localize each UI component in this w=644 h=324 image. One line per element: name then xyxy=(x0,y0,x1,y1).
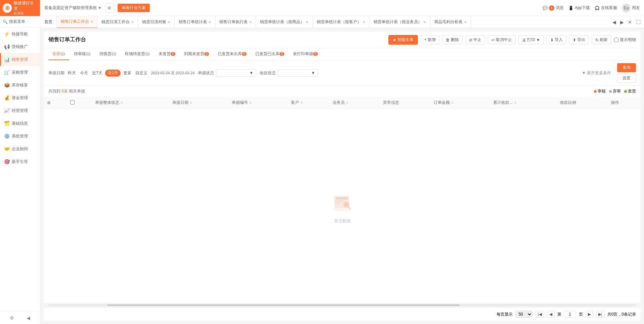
status-select[interactable]: ▼ xyxy=(216,69,256,77)
smart-gen-btn[interactable]: ★ 智能生单 xyxy=(388,35,418,45)
tab-sales-stats[interactable]: 销售订单统计表 ✕ xyxy=(175,16,215,28)
sidebar-item-system[interactable]: ⚙️ 系统管理 xyxy=(0,130,40,143)
sidebar-item-finance[interactable]: 💰 资金管理 xyxy=(0,91,40,104)
sub-tab-all[interactable]: 全部0 xyxy=(48,48,69,60)
refresh-btn[interactable]: ↻ 刷新 xyxy=(592,35,611,44)
sidebar-item-basic-info[interactable]: 🗂️ 基础信息 xyxy=(0,117,40,130)
tab-product-margin[interactable]: 商品毛利分析表 ✕ xyxy=(430,16,471,28)
status-select-chevron: ▼ xyxy=(249,71,253,75)
tabs-maximize-btn[interactable]: ⛶ xyxy=(635,19,642,26)
online-service-btn[interactable]: 🎧 在线客服 xyxy=(595,5,617,11)
query-btn[interactable]: 查询 xyxy=(617,63,636,72)
collapse-sidebar-btn[interactable]: ◀ xyxy=(27,315,30,321)
user-menu-btn[interactable]: Ea 用友 xyxy=(622,4,640,12)
revoke-action[interactable]: 弃审 xyxy=(609,88,621,94)
col-bill-date[interactable]: 单据日期 ⇅ xyxy=(169,97,228,109)
tabs-prev-btn[interactable]: ◀ xyxy=(611,19,617,26)
sub-tab-shipped-not-in[interactable]: 已发货未出库0 xyxy=(214,48,251,60)
page-first-btn[interactable]: |◀ xyxy=(535,311,544,318)
page-prev-btn[interactable]: ◀ xyxy=(547,311,555,318)
tab-home[interactable]: 首页 xyxy=(40,16,57,28)
show-detail-checkbox-label[interactable]: 显示明细 xyxy=(614,37,636,43)
show-detail-checkbox[interactable] xyxy=(614,38,618,42)
sidebar-item-guide[interactable]: 🎯 新手引导 xyxy=(0,155,40,168)
review-action[interactable]: 审核 xyxy=(594,88,606,94)
ship-action[interactable]: 发货 xyxy=(624,88,636,94)
per-page-select[interactable]: 50 100 200 xyxy=(515,311,532,318)
sidebar-item-cooperation[interactable]: 🤝 企业协同 xyxy=(0,143,40,155)
scrollbar-track[interactable] xyxy=(48,304,636,306)
tab-close-sales-summary-product[interactable]: ✕ xyxy=(306,20,308,24)
sidebar-item-marketing[interactable]: 📢 营销推广 xyxy=(0,40,40,53)
sub-tab-shipped-in[interactable]: 已发货已出库0 xyxy=(251,48,288,60)
tab-sales-summary-customer[interactable]: 销货单统计表（按客户） ✕ xyxy=(313,16,370,28)
new-btn[interactable]: + 新增 xyxy=(421,35,439,44)
col-staff[interactable]: 业务员 ⇅ xyxy=(329,97,380,109)
delete-btn[interactable]: 🗑 删除 xyxy=(442,35,463,44)
message-btn[interactable]: 💬 6 消息 xyxy=(543,5,564,11)
tab-cash-reconcile[interactable]: 钱货日清对账 ✕ xyxy=(138,16,175,28)
tab-close-sales-summary-customer[interactable]: ✕ xyxy=(362,20,365,24)
sidebar-item-inventory[interactable]: 📦 库存核算 xyxy=(0,79,40,91)
expand-filter-btn[interactable]: ▼ 展开更多条件 xyxy=(582,70,611,76)
tab-sales-exec[interactable]: 销售订单执行表 ✕ xyxy=(215,16,256,28)
date-opt-custom[interactable]: 自定义 xyxy=(134,70,149,77)
tab-close-sales-workbench[interactable]: ✕ xyxy=(90,20,93,24)
sub-tab-not-printed[interactable]: 未打印单据0 xyxy=(289,48,322,60)
col-customer[interactable]: 客户 ⇅ xyxy=(288,97,329,109)
tab-close-product-margin[interactable]: ✕ xyxy=(464,20,467,24)
sidebar-item-sales[interactable]: 📊 销售管理 xyxy=(0,53,40,66)
topbar-settings-btn[interactable]: ⚙ xyxy=(105,3,114,13)
payment-select[interactable]: ▼ xyxy=(278,69,318,77)
col-received[interactable]: 累计收款... ⇅ xyxy=(490,97,557,109)
system-selector[interactable]: 装备及固定资产辅助管理系统 ▼ xyxy=(44,5,101,11)
date-opt-1month[interactable]: 近1月 xyxy=(105,70,121,77)
col-settings[interactable]: ⚙ xyxy=(44,97,67,109)
date-opt-7days[interactable]: 近7天 xyxy=(91,70,104,77)
sidebar-item-operation[interactable]: 📈 经营管理 xyxy=(0,104,40,117)
date-opt-yesterday[interactable]: 昨天 xyxy=(67,70,77,77)
tab-sales-workbench[interactable]: 销售订单工作台 ✕ xyxy=(57,16,97,28)
export-btn[interactable]: ⬆ 导出 xyxy=(569,35,589,44)
scrollbar-thumb[interactable] xyxy=(107,304,460,306)
app-download-btn[interactable]: 📱 App下载 xyxy=(568,5,590,11)
industry-btn[interactable]: 体验行业方案 xyxy=(118,4,150,12)
date-opt-today[interactable]: 今天 xyxy=(79,70,89,77)
sort-icon-received: ⇅ xyxy=(514,101,517,105)
sub-tab-expired-not-shipped[interactable]: 到期未发货0 xyxy=(180,48,213,60)
col-bill-status[interactable]: 单据整体状态 ⇅ xyxy=(92,97,169,109)
tab-cash-daily[interactable]: 钱货日清工作台 ✕ xyxy=(97,16,138,28)
horizontal-scrollbar[interactable] xyxy=(44,303,641,308)
print-btn[interactable]: 🖨 打印 ▼ xyxy=(518,35,544,44)
date-opt-more[interactable]: 更多 xyxy=(122,70,133,77)
tab-close-cash-reconcile[interactable]: ✕ xyxy=(168,20,170,24)
page-last-btn[interactable]: ▶| xyxy=(596,311,605,318)
sub-tab-not-shipped[interactable]: 未发货0 xyxy=(155,48,179,60)
tabs-bar: 首页 销售订单工作台 ✕ 钱货日清工作台 ✕ 钱货日清对账 ✕ 销售订单统计表 … xyxy=(40,16,644,28)
page-input[interactable] xyxy=(564,311,576,318)
tab-close-cash-daily[interactable]: ✕ xyxy=(131,20,134,24)
select-all-checkbox[interactable] xyxy=(70,100,75,105)
cancel-stop-btn[interactable]: ↩ 取消中止 xyxy=(488,35,516,44)
sidebar-item-purchase[interactable]: 🛒 采购管理 xyxy=(0,66,40,79)
tab-close-sales-exec[interactable]: ✕ xyxy=(249,20,252,24)
settings-bottom-icon[interactable]: ⚙ xyxy=(10,315,14,321)
sub-tab-pending-review[interactable]: 待审核0 xyxy=(70,48,95,60)
sub-tab-pending-pick[interactable]: 待拣货0 xyxy=(95,48,120,60)
tabs-close-btn[interactable]: ✕ xyxy=(627,19,633,26)
sub-tab-wangpu-pending[interactable]: 旺铺待发货0 xyxy=(121,48,154,60)
tab-close-sales-stats[interactable]: ✕ xyxy=(208,20,211,24)
sidebar-item-quick-nav[interactable]: ⚡ 快捷导航 xyxy=(0,28,40,40)
page-next-btn[interactable]: ▶ xyxy=(586,311,593,318)
col-amount[interactable]: 订单金额 ⇅ xyxy=(430,97,490,109)
import-btn[interactable]: ⬇ 导入 xyxy=(547,35,566,44)
search-menu-btn[interactable]: 🔍 搜索菜单 xyxy=(0,16,40,28)
set-btn[interactable]: 设置 xyxy=(617,74,636,83)
tab-sales-summary-staff[interactable]: 销货单统计表（按业务员） ✕ xyxy=(370,16,430,28)
col-bill-no[interactable]: 单据编号 ⇅ xyxy=(228,97,288,109)
stop-btn[interactable]: ⊘ 中止 xyxy=(465,35,485,44)
col-checkbox[interactable] xyxy=(67,97,92,109)
tab-close-sales-summary-staff[interactable]: ✕ xyxy=(423,20,426,24)
tabs-next-btn[interactable]: ▶ xyxy=(619,19,625,26)
tab-sales-summary-product[interactable]: 销货单统计表（按商品） ✕ xyxy=(256,16,313,28)
